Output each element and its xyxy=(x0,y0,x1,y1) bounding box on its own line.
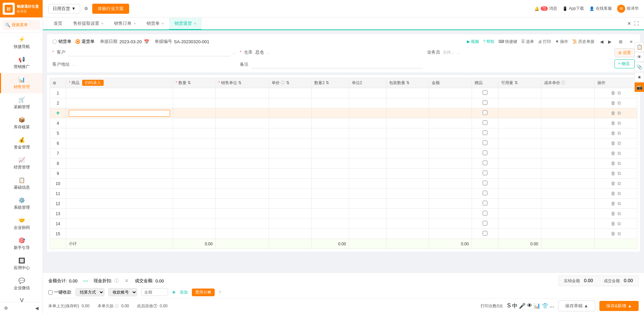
close-all-tabs-button[interactable]: ✕ xyxy=(627,21,631,26)
th-settings[interactable]: ⚙ xyxy=(50,78,66,88)
sidebar-item-enterprise[interactable]: 🤝 企业协同 xyxy=(0,214,43,234)
tab-sales-return-close[interactable]: × xyxy=(194,21,196,25)
help-btn[interactable]: ? 帮助 xyxy=(483,39,494,45)
delete-row-5-btn[interactable]: 🗑 xyxy=(611,130,615,136)
sidebar-item-marketing[interactable]: 📢 营销推广 xyxy=(0,53,43,73)
th-available-sort-icon[interactable]: ⇅ xyxy=(515,80,518,85)
operate-btn[interactable]: ▼ 操作 xyxy=(555,39,568,45)
sidebar-item-inventory[interactable]: 📦 库存核算 xyxy=(0,113,43,133)
delete-row-2-btn[interactable]: 🗑 xyxy=(611,100,615,106)
tab-price-settings[interactable]: 售价提取设置 × xyxy=(68,18,109,30)
sidebar-item-operations[interactable]: 📈 经营管理 xyxy=(0,153,43,174)
qty-input-1[interactable] xyxy=(176,91,213,96)
product-cell-1[interactable] xyxy=(66,88,173,98)
cost-cell-2[interactable] xyxy=(541,98,594,108)
delete-row-12-btn[interactable]: 🗑 xyxy=(611,201,615,206)
tab-sales-return[interactable]: 销货退货 × xyxy=(169,18,201,30)
remark-input[interactable] xyxy=(251,60,423,68)
sidebar-item-apps[interactable]: 🔲 应用中心 xyxy=(0,254,43,274)
one-click-payment-checkbox[interactable] xyxy=(48,290,53,295)
sidebar-item-basic[interactable]: 📋 基础信息 xyxy=(0,174,43,194)
amount-cell-2[interactable] xyxy=(429,98,472,108)
tab-price-settings-close[interactable]: × xyxy=(101,21,103,25)
sidebar-item-system[interactable]: ⚙️ 系统管理 xyxy=(0,194,43,214)
toolbar-icon-1[interactable]: S xyxy=(507,303,511,310)
search-menu-button[interactable]: 🔍 搜索菜单 xyxy=(3,20,40,30)
copy-row-9-btn[interactable]: ⧉ xyxy=(618,171,621,176)
single-owe-info-icon[interactable]: ⓘ xyxy=(115,304,119,308)
notification-item[interactable]: 🔔 70 消息 xyxy=(534,6,557,11)
customer-input[interactable] xyxy=(68,48,230,56)
delete-row-8-btn[interactable]: 🗑 xyxy=(611,161,615,166)
add-row-btn[interactable]: + xyxy=(56,110,60,116)
gift-cell-2[interactable] xyxy=(472,98,498,108)
one-click-payment-label[interactable]: 一键收款 xyxy=(48,289,71,295)
delete-row-15-btn[interactable]: 🗑 xyxy=(611,231,615,237)
pkg-cell-1[interactable] xyxy=(386,88,429,98)
copy-row-5-btn[interactable]: ⧉ xyxy=(618,130,621,136)
amount-cell-1[interactable] xyxy=(429,88,472,98)
toolbar-icon-6[interactable]: 👕 xyxy=(542,303,548,310)
sales-unit-cell-2[interactable] xyxy=(215,98,269,108)
float-btn-1[interactable]: 📋 xyxy=(635,42,644,52)
th-quantity-sort-icon[interactable]: ⇅ xyxy=(187,80,191,85)
sidebar-item-purchase[interactable]: 🛒 采购管理 xyxy=(0,93,43,113)
delete-row-7-btn[interactable]: 🗑 xyxy=(611,150,615,156)
delete-row-1-btn[interactable]: 🗑 xyxy=(611,90,615,96)
float-btn-2[interactable]: 👁 xyxy=(635,52,644,62)
sidebar-item-member[interactable]: V 畅会员 xyxy=(0,294,43,302)
settings-gear-button[interactable]: ⚙ xyxy=(83,5,90,12)
copy-row-4-btn[interactable]: ⧉ xyxy=(618,120,621,126)
unit-price-cell-1[interactable] xyxy=(269,88,311,98)
amount-cell-3[interactable] xyxy=(429,108,472,118)
settlement-method-select[interactable]: 结算方式 xyxy=(75,288,104,296)
tab-sales-order-close[interactable]: × xyxy=(133,21,136,25)
qty-cell-1[interactable] xyxy=(173,88,215,98)
copy-row-15-btn[interactable]: ⧉ xyxy=(618,231,621,237)
radio-delivery[interactable]: 销货单 xyxy=(52,39,71,45)
th-quantity2-sort-icon[interactable]: ⇅ xyxy=(326,80,329,85)
delete-row-10-btn[interactable]: 🗑 xyxy=(611,181,615,186)
sidebar-item-shortcuts[interactable]: ⚡ 快捷导航 xyxy=(0,33,43,53)
product-cell-2[interactable] xyxy=(66,98,173,108)
form-settings-button[interactable]: ⚙ 设置 xyxy=(614,48,635,57)
product-cell-3[interactable] xyxy=(66,108,173,118)
product-input-3[interactable] xyxy=(69,110,170,117)
fee-split-button[interactable]: 费用分摊 xyxy=(192,289,215,296)
delete-row-14-btn[interactable]: 🗑 xyxy=(611,221,615,227)
tab-sales-delivery-close[interactable]: × xyxy=(162,21,164,25)
pkg-cell-2[interactable] xyxy=(386,98,429,108)
delete-row-13-btn[interactable]: 🗑 xyxy=(611,211,615,216)
delete-row-3-btn[interactable]: 🗑 xyxy=(611,110,615,116)
available-cell-2[interactable] xyxy=(498,98,541,108)
history-btn[interactable]: 📜 历史单据 xyxy=(572,39,594,45)
th-unit-price-sort-icon[interactable]: ⇅ xyxy=(286,80,289,85)
delete-row-11-btn[interactable]: 🗑 xyxy=(611,191,615,196)
cost-cell-1[interactable] xyxy=(541,88,594,98)
copy-row-6-btn[interactable]: ⧉ xyxy=(618,140,621,146)
qty2-cell-3[interactable] xyxy=(312,108,349,118)
product-input-1[interactable] xyxy=(69,91,170,96)
gift-checkbox-1[interactable] xyxy=(483,90,487,95)
float-btn-5[interactable]: 📸 xyxy=(635,82,644,92)
copy-row-11-btn[interactable]: ⧉ xyxy=(618,191,621,196)
copy-row-2-btn[interactable]: ⧉ xyxy=(618,100,621,106)
th-sales-unit-sort-icon[interactable]: ⇅ xyxy=(238,80,241,85)
delete-row-4-btn[interactable]: 🗑 xyxy=(611,120,615,126)
add-payment-btn[interactable]: + xyxy=(172,289,176,296)
app-download-item[interactable]: 📱 App下载 xyxy=(562,6,584,11)
th-cost-info-icon[interactable]: ⓘ xyxy=(561,80,565,85)
toolbar-icon-2[interactable]: 中 xyxy=(512,303,518,310)
unit2-cell-3[interactable] xyxy=(349,108,386,118)
print-btn[interactable]: 🖨 打印 xyxy=(538,39,551,45)
account-select[interactable]: 收款账号 xyxy=(108,288,137,296)
qty2-cell-2[interactable] xyxy=(312,98,349,108)
th-package-sort-icon[interactable]: ⇅ xyxy=(406,80,410,85)
fee-info-icon[interactable]: ? xyxy=(219,290,221,295)
sidebar-search-area[interactable]: 🔍 搜索菜单 xyxy=(0,17,43,33)
copy-row-8-btn[interactable]: ⧉ xyxy=(618,161,621,166)
unit-price-cell-3[interactable] xyxy=(269,108,311,118)
sales-unit-cell-1[interactable] xyxy=(215,88,269,98)
th-unit-price-info-icon[interactable]: ⓘ xyxy=(281,80,285,85)
staff-dots[interactable]: ... xyxy=(457,50,460,55)
